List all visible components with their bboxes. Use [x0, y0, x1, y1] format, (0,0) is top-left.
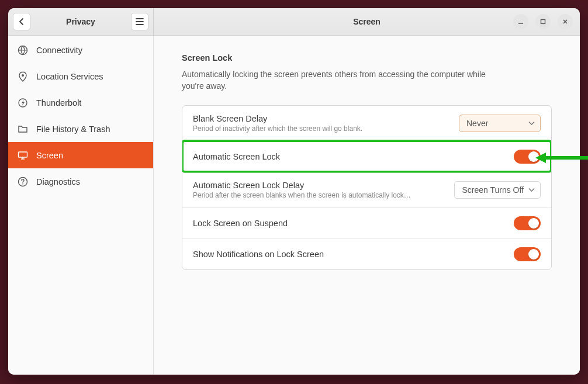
titlebar: Privacy Screen — [8, 8, 580, 36]
sidebar-item-connectivity[interactable]: Connectivity — [8, 37, 153, 63]
row-blank-screen-delay: Blank Screen Delay Period of inactivity … — [182, 106, 551, 141]
titlebar-right: Screen — [154, 8, 580, 35]
maximize-icon — [540, 19, 546, 25]
titlebar-left: Privacy — [8, 8, 154, 35]
automatic-screen-lock-toggle[interactable] — [514, 150, 541, 164]
svg-point-2 — [22, 74, 24, 77]
row-text: Automatic Screen Lock — [193, 152, 504, 161]
settings-window: Privacy Screen — [8, 8, 580, 375]
sidebar-item-label: File History & Trash — [36, 124, 110, 134]
lock-on-suspend-toggle[interactable] — [514, 216, 541, 230]
sidebar-item-screen[interactable]: Screen — [8, 142, 153, 168]
sidebar-item-label: Screen — [36, 151, 63, 160]
row-label: Show Notifications on Lock Screen — [193, 250, 504, 259]
section-description: Automatically locking the screen prevent… — [182, 68, 509, 92]
pin-icon — [18, 71, 28, 82]
auto-lock-delay-dropdown[interactable]: Screen Turns Off — [454, 181, 541, 199]
close-icon — [562, 19, 568, 25]
row-automatic-screen-lock: Automatic Screen Lock — [182, 141, 551, 172]
chevron-down-icon — [528, 188, 535, 192]
sidebar-item-label: Diagnostics — [36, 177, 80, 186]
question-icon — [18, 177, 28, 187]
dropdown-value: Screen Turns Off — [462, 185, 524, 195]
sidebar-item-location[interactable]: Location Services — [8, 63, 153, 89]
row-label: Automatic Screen Lock Delay — [193, 181, 445, 190]
content-pane: Screen Lock Automatically locking the sc… — [154, 36, 580, 375]
minimize-button[interactable] — [513, 14, 528, 29]
row-lock-on-suspend: Lock Screen on Suspend — [182, 207, 551, 238]
row-label: Lock Screen on Suspend — [193, 219, 504, 228]
row-label: Automatic Screen Lock — [193, 152, 504, 161]
settings-panel: Blank Screen Delay Period of inactivity … — [182, 105, 552, 270]
hamburger-icon — [136, 18, 144, 25]
minimize-icon — [518, 19, 524, 25]
row-subtext: Period of inactivity after which the scr… — [193, 124, 449, 133]
row-label: Blank Screen Delay — [193, 114, 449, 123]
lockscreen-notifications-toggle[interactable] — [514, 247, 541, 261]
row-auto-lock-delay: Automatic Screen Lock Delay Period after… — [182, 172, 551, 207]
chevron-left-icon — [19, 18, 25, 26]
row-text: Show Notifications on Lock Screen — [193, 250, 504, 259]
folder-icon — [18, 124, 28, 134]
row-text: Lock Screen on Suspend — [193, 219, 504, 228]
chevron-down-icon — [528, 121, 535, 125]
sidebar-item-thunderbolt[interactable]: Thunderbolt — [8, 89, 153, 116]
blank-delay-dropdown[interactable]: Never — [459, 115, 541, 132]
row-text: Blank Screen Delay Period of inactivity … — [193, 114, 449, 133]
sidebar-item-label: Thunderbolt — [36, 98, 81, 108]
dropdown-value: Never — [466, 119, 488, 128]
sidebar-item-label: Connectivity — [36, 46, 82, 55]
close-button[interactable] — [558, 14, 573, 29]
back-button[interactable] — [13, 13, 30, 30]
svg-point-6 — [22, 183, 23, 184]
svg-rect-0 — [541, 20, 545, 24]
hamburger-button[interactable] — [131, 13, 148, 30]
sidebar-title: Privacy — [34, 17, 127, 26]
sidebar-item-label: Location Services — [36, 72, 103, 81]
row-lockscreen-notifications: Show Notifications on Lock Screen — [182, 238, 551, 269]
row-text: Automatic Screen Lock Delay Period after… — [193, 181, 445, 199]
monitor-icon — [18, 150, 28, 161]
sidebar-item-diagnostics[interactable]: Diagnostics — [8, 168, 153, 195]
maximize-button[interactable] — [535, 14, 551, 29]
svg-rect-4 — [19, 152, 27, 157]
window-body: Connectivity Location Services Thunderbo… — [8, 36, 580, 375]
window-controls — [513, 14, 580, 29]
row-subtext: Period after the screen blanks when the … — [193, 191, 445, 199]
bolt-icon — [18, 98, 28, 108]
sidebar-item-filehistory[interactable]: File History & Trash — [8, 116, 153, 142]
globe-icon — [18, 45, 28, 56]
section-title: Screen Lock — [182, 53, 552, 63]
sidebar: Connectivity Location Services Thunderbo… — [8, 36, 154, 375]
